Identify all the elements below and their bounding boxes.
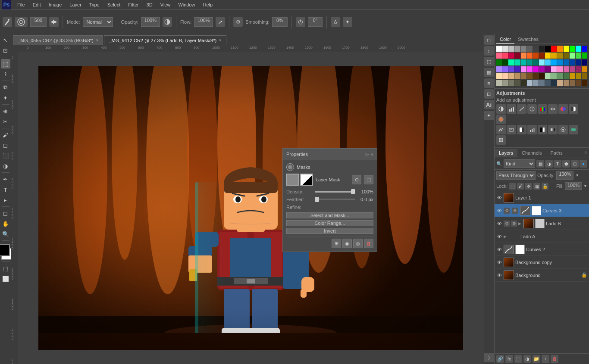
swatch[interactable] bbox=[527, 80, 533, 86]
swatch[interactable] bbox=[521, 59, 526, 65]
gradient-tool[interactable]: ⬛ bbox=[1, 151, 10, 160]
adj-hsl-icon[interactable] bbox=[548, 104, 558, 114]
fill-dropdown-arrow[interactable]: ▼ bbox=[583, 184, 587, 188]
props-add-mask-icon[interactable]: ⊞ bbox=[332, 239, 341, 248]
select-tool-btn[interactable]: ▸ bbox=[1, 195, 10, 205]
swatch[interactable] bbox=[576, 59, 581, 65]
zoom-tool[interactable]: 🔍 bbox=[1, 229, 10, 239]
swatch[interactable] bbox=[533, 53, 539, 59]
swatch[interactable] bbox=[521, 46, 526, 52]
swatch[interactable] bbox=[545, 59, 551, 65]
screen-mode-tool[interactable]: ⬜ bbox=[1, 274, 10, 283]
swatch[interactable] bbox=[582, 66, 587, 72]
props-filter-icon[interactable]: ◎ bbox=[353, 239, 363, 248]
mode-dropdown[interactable]: Normal Multiply Screen bbox=[83, 17, 113, 27]
layer-vis-background[interactable]: 👁 bbox=[496, 272, 502, 278]
swatch[interactable] bbox=[551, 53, 557, 59]
swatch[interactable] bbox=[527, 73, 533, 79]
opacity-icon[interactable] bbox=[163, 17, 172, 27]
panel-collapse-right[interactable]: ⟩ bbox=[484, 353, 494, 362]
swatch[interactable] bbox=[496, 59, 502, 65]
delete-layer-icon[interactable]: 🗑 bbox=[551, 355, 558, 363]
layer-item-layer1[interactable]: 👁 Layer 1 bbox=[495, 191, 589, 204]
menu-file[interactable]: File bbox=[14, 1, 28, 8]
adj-photofiler-icon[interactable] bbox=[496, 115, 506, 124]
swatch[interactable] bbox=[508, 59, 514, 65]
menu-select[interactable]: Select bbox=[104, 1, 124, 8]
layer-item-bgcopy[interactable]: 👁 Background copy bbox=[495, 256, 589, 269]
swatch[interactable] bbox=[576, 73, 581, 79]
swatch[interactable] bbox=[502, 59, 508, 65]
swatch[interactable] bbox=[533, 66, 539, 72]
layer-vis-curves3[interactable]: 👁 bbox=[496, 208, 502, 214]
opacity-input[interactable]: 100% bbox=[141, 17, 160, 27]
swatch[interactable] bbox=[564, 80, 569, 86]
swatch[interactable] bbox=[551, 59, 557, 65]
swatch[interactable] bbox=[582, 73, 587, 79]
filter-adjustment-icon[interactable]: ◑ bbox=[545, 160, 553, 168]
density-slider[interactable] bbox=[315, 191, 355, 193]
angle-input[interactable]: 0° bbox=[308, 17, 323, 27]
adj-vibrance-icon[interactable] bbox=[538, 104, 547, 114]
app-icon[interactable]: Ps bbox=[2, 0, 11, 9]
layer-vis-bgcopy[interactable]: 👁 bbox=[496, 259, 502, 265]
mini-tool-7[interactable]: ✦ bbox=[484, 111, 494, 120]
add-layer-icon[interactable]: + bbox=[542, 355, 549, 363]
tab-swatches[interactable]: Swatches bbox=[514, 35, 542, 44]
swatch[interactable] bbox=[551, 73, 557, 79]
layer-arrow-ladob[interactable]: ▶ bbox=[518, 221, 521, 226]
layer-opts2-ladob[interactable]: ⊕ bbox=[511, 221, 517, 227]
menu-layer[interactable]: Layer bbox=[66, 1, 85, 8]
menu-type[interactable]: Type bbox=[86, 1, 103, 8]
swatch[interactable] bbox=[570, 66, 575, 72]
swatch[interactable] bbox=[557, 66, 563, 72]
layer-mask-apply-icon[interactable]: ⊙ bbox=[352, 175, 361, 184]
select-and-mask-button[interactable]: Select and Mask... bbox=[286, 212, 373, 218]
adj-selectcolor-icon[interactable] bbox=[558, 125, 568, 134]
swatch[interactable] bbox=[533, 80, 539, 86]
layer-vis-ladob[interactable]: 👁 bbox=[496, 221, 502, 227]
layer-vis-ladoa[interactable]: 👁 bbox=[496, 233, 502, 240]
lock-paint-icon[interactable]: 🖌 bbox=[517, 183, 524, 190]
swatch[interactable] bbox=[564, 73, 569, 79]
swatch[interactable] bbox=[514, 66, 520, 72]
mini-tool-2[interactable]: ↕ bbox=[484, 46, 494, 56]
filter-pixel-icon[interactable]: ▦ bbox=[536, 160, 544, 168]
mini-tool-6[interactable]: ⊡ bbox=[484, 89, 494, 99]
marquee-tool[interactable]: ⬚ bbox=[1, 59, 10, 68]
symmetry-icon[interactable]: ✦ bbox=[343, 17, 352, 27]
eyedropper-tool[interactable]: ✦ bbox=[1, 93, 10, 103]
swatch[interactable] bbox=[576, 53, 581, 59]
lock-artboard-icon[interactable]: ▦ bbox=[533, 183, 540, 190]
swatch[interactable] bbox=[502, 46, 508, 52]
swatch[interactable] bbox=[539, 59, 545, 65]
swatch[interactable] bbox=[521, 80, 526, 86]
swatch[interactable] bbox=[564, 66, 569, 72]
swatch[interactable] bbox=[539, 66, 545, 72]
swatch[interactable] bbox=[570, 59, 575, 65]
canvas-wrapper[interactable]: 0 100 200 300 400 500 600 700 800 900 10… bbox=[11, 45, 483, 364]
brush-options-icon[interactable] bbox=[15, 17, 28, 27]
swatch[interactable] bbox=[582, 53, 587, 59]
smoothing-input[interactable]: 0% bbox=[272, 17, 288, 27]
swatch[interactable] bbox=[582, 46, 587, 52]
adj-invert-icon[interactable] bbox=[517, 125, 526, 134]
tab-1-close[interactable]: × bbox=[96, 38, 99, 43]
mini-tool-ai[interactable]: Ai bbox=[484, 100, 494, 109]
layer-opts2-curves3[interactable]: ⊕ bbox=[512, 208, 518, 214]
swatch[interactable] bbox=[539, 80, 545, 86]
swatch[interactable] bbox=[551, 46, 557, 52]
adj-exposure-icon[interactable] bbox=[527, 104, 537, 114]
layer-mask-thumbnail[interactable] bbox=[286, 174, 313, 186]
hand-tool[interactable]: ✋ bbox=[1, 219, 10, 228]
swatch[interactable] bbox=[496, 66, 502, 72]
move-tool[interactable]: ↖ bbox=[1, 35, 10, 45]
tab-color[interactable]: Color bbox=[496, 35, 514, 44]
tab-channels[interactable]: Channels bbox=[517, 149, 546, 157]
crop-tool[interactable]: ⧉ bbox=[1, 83, 10, 92]
swatch[interactable] bbox=[539, 46, 545, 52]
swatch[interactable] bbox=[564, 53, 569, 59]
swatch[interactable] bbox=[514, 59, 520, 65]
adj-channelmixer-icon[interactable] bbox=[496, 125, 506, 134]
fill-value-input[interactable]: 100% bbox=[565, 182, 582, 190]
